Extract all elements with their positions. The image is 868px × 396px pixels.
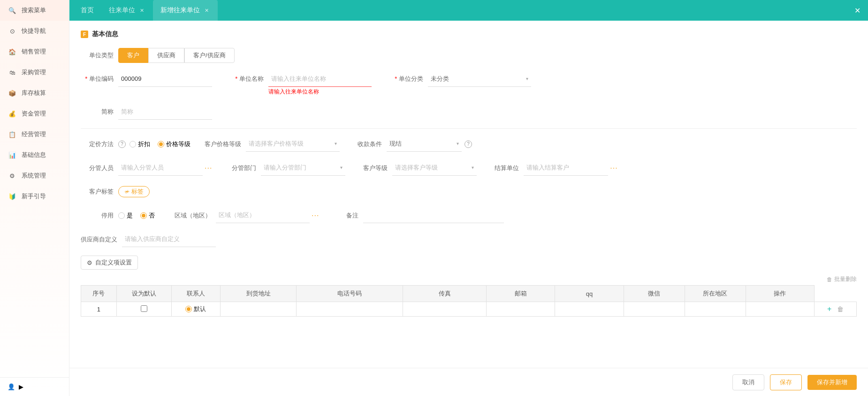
pricing-radio-discount[interactable]: 折扣 (129, 137, 150, 152)
type-btn-customer[interactable]: 客户 (118, 48, 148, 63)
window-close-button[interactable]: ✕ (851, 4, 864, 17)
customer-level-label: 客户等级 (359, 161, 392, 176)
content-area: F 基本信息 单位类型 客户 供应商 客户/供应商 单位编码 (69, 21, 868, 396)
remark-input[interactable] (363, 208, 504, 223)
sidebar-bottom[interactable]: 👤 ▶ (0, 377, 69, 396)
yes-radio-circle (118, 212, 125, 219)
sidebar-item-finance[interactable]: 💰 资金管理 (0, 103, 69, 124)
sidebar-item-sales[interactable]: 🏠 销售管理 (0, 41, 69, 62)
dept-label: 分管部门 (228, 161, 261, 176)
unit-code-cell: 单位编码 (81, 71, 212, 87)
row-qq[interactable] (624, 302, 685, 317)
payment-help-icon[interactable]: ? (464, 140, 472, 148)
region-input[interactable] (216, 208, 310, 223)
row-checkbox-input[interactable] (141, 305, 147, 312)
col-action: 操作 (746, 286, 814, 302)
row-region[interactable] (746, 302, 814, 317)
row-wechat[interactable] (685, 302, 746, 317)
add-tag-button[interactable]: + + 标签 (118, 186, 150, 197)
disable-label: 停用 (81, 208, 118, 223)
row-region-input[interactable] (763, 306, 796, 313)
dept-select[interactable]: 请输入分管部门 ▾ (261, 160, 345, 176)
tab-new-partner[interactable]: 新增往来单位 ✕ (153, 0, 218, 21)
row-checkbox[interactable] (116, 302, 171, 317)
save-button[interactable]: 保存 (770, 374, 802, 390)
col-wechat: 微信 (624, 286, 685, 302)
custom-settings-button[interactable]: ⚙ 自定义项设置 (81, 256, 138, 270)
settlement-more-btn[interactable]: ··· (608, 161, 619, 176)
sidebar-item-quicknav[interactable]: ⊙ 快捷导航 (0, 21, 69, 41)
customer-level-select[interactable]: 请选择客户等级 ▾ (392, 160, 477, 176)
default-radio[interactable] (185, 306, 192, 312)
tab-partners-close[interactable]: ✕ (138, 7, 145, 14)
system-icon: ⚙ (8, 171, 17, 180)
type-btn-supplier[interactable]: 供应商 (148, 48, 184, 63)
email-input[interactable] (573, 306, 606, 313)
settlement-label: 结算单位 (491, 161, 524, 176)
unit-type-row: 单位类型 客户 供应商 客户/供应商 (81, 48, 857, 63)
contact-input[interactable] (240, 306, 277, 313)
disable-radio-group: 是 否 (118, 208, 155, 223)
tab-partners[interactable]: 往来单位 ✕ (101, 0, 153, 21)
unit-category-select[interactable]: 未分类 ▾ (428, 71, 531, 87)
row-contact[interactable] (221, 302, 297, 317)
unit-type-cell: 单位类型 客户 供应商 客户/供应商 (81, 48, 235, 63)
wechat-input[interactable] (701, 306, 729, 313)
sidebar-item-basic[interactable]: 📊 基础信息 (0, 145, 69, 165)
add-row-button[interactable]: + (827, 305, 831, 313)
sidebar-item-inventory[interactable]: 📦 库存核算 (0, 83, 69, 103)
sidebar-item-purchase[interactable]: 🛍 采购管理 (0, 62, 69, 83)
qq-input[interactable] (640, 306, 668, 313)
manager-label: 分管人员 (81, 161, 118, 176)
pricing-radio-level[interactable]: 价格等级 (158, 137, 190, 152)
row-phone[interactable] (403, 302, 486, 317)
type-btn-both[interactable]: 客户/供应商 (184, 48, 235, 63)
unit-name-input[interactable] (268, 71, 372, 87)
address-input[interactable] (321, 306, 378, 313)
tab-home[interactable]: 首页 (73, 0, 101, 21)
unit-category-label: 单位分类 (390, 71, 428, 86)
phone-input[interactable] (424, 306, 466, 313)
sales-icon: 🏠 (8, 47, 17, 56)
customer-price-select[interactable]: 请选择客户价格等级 ▾ (246, 136, 340, 152)
pricing-radio-group: 折扣 价格等级 (129, 137, 190, 152)
contacts-table: 序号 设为默认 联系人 到货地址 电话号码 传真 邮箱 qq 微信 所在地区 操… (81, 285, 857, 317)
sidebar-item-search[interactable]: 🔍 搜索菜单 (0, 0, 69, 21)
abbr-input[interactable] (118, 104, 212, 120)
batch-delete-area[interactable]: 🗑 批量删除 (81, 275, 857, 283)
manager-more-btn[interactable]: ··· (203, 161, 214, 176)
category-chevron-icon: ▾ (526, 73, 528, 85)
tab-new-partner-close[interactable]: ✕ (203, 7, 210, 14)
sidebar: 🔍 搜索菜单 ⊙ 快捷导航 🏠 销售管理 🛍 采购管理 📦 库存核算 💰 资金管… (0, 0, 69, 396)
cancel-button[interactable]: 取消 (732, 374, 764, 390)
supplier-custom-input[interactable] (122, 232, 216, 247)
disable-radio-no[interactable]: 否 (140, 208, 155, 223)
sidebar-item-newguide[interactable]: 🔰 新手引导 (0, 186, 69, 207)
region-more-btn[interactable]: ··· (310, 208, 321, 223)
unit-code-input[interactable] (118, 71, 212, 87)
payment-cell: 收款条件 现结 ▾ ? (354, 136, 472, 152)
save-new-button[interactable]: 保存并新增 (807, 375, 857, 390)
unit-type-label: 单位类型 (81, 48, 118, 63)
sidebar-item-system[interactable]: ⚙ 系统管理 (0, 165, 69, 186)
customer-price-cell: 客户价格等级 请选择客户价格等级 ▾ (205, 136, 340, 152)
delete-row-button[interactable]: 🗑 (837, 305, 844, 313)
tag-cell: 客户标签 + + 标签 (81, 184, 150, 199)
row-fax[interactable] (487, 302, 555, 317)
row-email[interactable] (555, 302, 624, 317)
settlement-input[interactable] (524, 160, 608, 176)
payment-label: 收款条件 (354, 137, 387, 152)
payment-select[interactable]: 现结 ▾ (387, 136, 462, 152)
fax-input[interactable] (504, 306, 537, 313)
guide-icon: 🔰 (8, 192, 17, 201)
manager-input[interactable] (118, 160, 203, 176)
sidebar-item-operation[interactable]: 📋 经营管理 (0, 124, 69, 145)
disable-radio-yes[interactable]: 是 (118, 208, 133, 223)
pricing-help-icon[interactable]: ? (118, 140, 126, 148)
row-address[interactable] (297, 302, 403, 317)
col-region: 所在地区 (685, 286, 746, 302)
pricing-row: 定价方法 ? 折扣 价格等级 客户价格等级 请选择客户价格等级 (81, 136, 857, 152)
unit-name-cell: 单位名称 请输入往来单位名称 (231, 71, 372, 96)
region-cell: 区域（地区） ··· (174, 208, 321, 223)
col-fax: 传真 (403, 286, 486, 302)
